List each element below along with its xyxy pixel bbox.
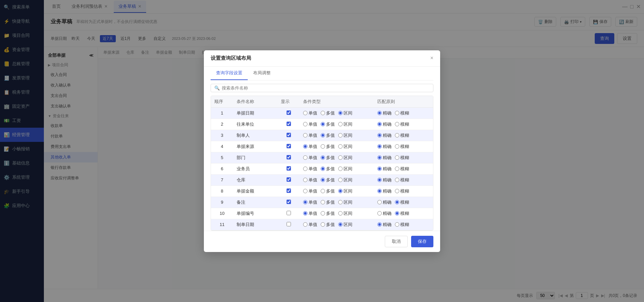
condition-type-option-0[interactable]: 单值 <box>303 132 317 139</box>
condition-type-option-0[interactable]: 单值 <box>303 222 317 228</box>
condition-radio-1[interactable] <box>321 144 325 149</box>
show-checkbox[interactable] <box>287 144 291 148</box>
condition-type-option-2[interactable]: 区间 <box>338 222 352 228</box>
condition-radio-1[interactable] <box>321 211 325 216</box>
match-radio-0[interactable] <box>377 211 382 216</box>
match-rule-option-1[interactable]: 模糊 <box>395 210 409 217</box>
condition-type-option-2[interactable]: 区间 <box>338 177 352 183</box>
match-radio-1[interactable] <box>395 189 399 193</box>
match-rule-option-1[interactable]: 模糊 <box>395 188 409 194</box>
match-radio-0[interactable] <box>377 178 382 182</box>
condition-type-option-0[interactable]: 单值 <box>303 166 317 172</box>
condition-type-option-1[interactable]: 多值 <box>321 132 335 139</box>
match-radio-0[interactable] <box>377 189 382 193</box>
condition-radio-1[interactable] <box>321 167 325 171</box>
show-checkbox[interactable] <box>287 200 291 204</box>
condition-type-option-2[interactable]: 区间 <box>338 155 352 161</box>
condition-radio-0[interactable] <box>303 122 307 126</box>
condition-radio-0[interactable] <box>303 200 307 204</box>
condition-radio-1[interactable] <box>321 155 325 160</box>
condition-radio-1[interactable] <box>321 200 325 204</box>
condition-type-option-1[interactable]: 多值 <box>321 222 335 228</box>
show-checkbox[interactable] <box>287 166 291 171</box>
match-radio-0[interactable] <box>377 222 382 227</box>
condition-radio-0[interactable] <box>303 167 307 171</box>
match-radio-1[interactable] <box>395 133 399 137</box>
modal-tab-layout-adjust[interactable]: 布局调整 <box>248 67 276 80</box>
condition-type-option-1[interactable]: 多值 <box>321 177 335 183</box>
condition-radio-0[interactable] <box>303 222 307 227</box>
match-radio-0[interactable] <box>377 144 382 149</box>
match-radio-0[interactable] <box>377 122 382 126</box>
match-radio-1[interactable] <box>395 122 399 126</box>
match-rule-option-0[interactable]: 精确 <box>377 121 392 127</box>
condition-radio-2[interactable] <box>338 200 343 204</box>
show-checkbox[interactable] <box>287 211 291 215</box>
modal-save-button[interactable]: 保存 <box>411 236 433 247</box>
cancel-button[interactable]: 取消 <box>385 236 408 247</box>
match-rule-option-0[interactable]: 精确 <box>377 177 392 183</box>
condition-radio-2[interactable] <box>338 111 343 115</box>
condition-radio-0[interactable] <box>303 178 307 182</box>
match-rule-option-0[interactable]: 精确 <box>377 166 392 172</box>
condition-type-option-0[interactable]: 单值 <box>303 188 317 194</box>
condition-radio-1[interactable] <box>321 189 325 193</box>
match-rule-option-1[interactable]: 模糊 <box>395 177 409 183</box>
condition-type-option-2[interactable]: 区间 <box>338 166 352 172</box>
show-checkbox[interactable] <box>287 177 291 182</box>
condition-type-option-1[interactable]: 多值 <box>321 155 335 161</box>
match-rule-option-1[interactable]: 模糊 <box>395 121 409 127</box>
condition-type-option-0[interactable]: 单值 <box>303 110 317 116</box>
match-rule-option-1[interactable]: 模糊 <box>395 110 409 116</box>
match-rule-option-0[interactable]: 精确 <box>377 210 392 217</box>
condition-type-option-2[interactable]: 区间 <box>338 210 352 217</box>
condition-radio-2[interactable] <box>338 178 343 182</box>
match-radio-1[interactable] <box>395 211 399 216</box>
show-checkbox[interactable] <box>287 122 291 126</box>
condition-type-option-0[interactable]: 单值 <box>303 121 317 127</box>
match-rule-option-0[interactable]: 精确 <box>377 110 392 116</box>
condition-type-option-2[interactable]: 区间 <box>338 144 352 150</box>
condition-type-option-1[interactable]: 多值 <box>321 188 335 194</box>
show-checkbox[interactable] <box>287 222 291 226</box>
condition-radio-1[interactable] <box>321 122 325 126</box>
condition-type-option-2[interactable]: 区间 <box>338 199 352 205</box>
condition-type-option-1[interactable]: 多值 <box>321 121 335 127</box>
condition-radio-0[interactable] <box>303 144 307 149</box>
match-radio-1[interactable] <box>395 167 399 171</box>
condition-type-option-2[interactable]: 区间 <box>338 132 352 139</box>
condition-radio-0[interactable] <box>303 133 307 137</box>
condition-type-option-0[interactable]: 单值 <box>303 210 317 217</box>
condition-type-option-1[interactable]: 多值 <box>321 210 335 217</box>
match-rule-option-0[interactable]: 精确 <box>377 132 392 139</box>
match-radio-1[interactable] <box>395 200 399 204</box>
condition-radio-1[interactable] <box>321 178 325 182</box>
condition-type-option-2[interactable]: 区间 <box>338 110 352 116</box>
match-rule-option-1[interactable]: 模糊 <box>395 132 409 139</box>
condition-type-option-2[interactable]: 区间 <box>338 188 352 194</box>
condition-radio-2[interactable] <box>338 155 343 160</box>
match-radio-0[interactable] <box>377 133 382 137</box>
modal-search-input[interactable] <box>222 85 430 91</box>
show-checkbox[interactable] <box>287 133 291 137</box>
match-radio-0[interactable] <box>377 200 382 204</box>
condition-type-option-0[interactable]: 单值 <box>303 177 317 183</box>
condition-radio-0[interactable] <box>303 211 307 216</box>
condition-type-option-1[interactable]: 多值 <box>321 199 335 205</box>
match-radio-0[interactable] <box>377 111 382 115</box>
condition-type-option-0[interactable]: 单值 <box>303 199 317 205</box>
match-radio-1[interactable] <box>395 222 399 227</box>
match-radio-1[interactable] <box>395 111 399 115</box>
condition-type-option-2[interactable]: 区间 <box>338 121 352 127</box>
show-checkbox[interactable] <box>287 188 291 193</box>
match-radio-1[interactable] <box>395 144 399 149</box>
match-rule-option-1[interactable]: 模糊 <box>395 199 409 205</box>
condition-type-option-1[interactable]: 多值 <box>321 110 335 116</box>
condition-type-option-0[interactable]: 单值 <box>303 155 317 161</box>
condition-radio-0[interactable] <box>303 111 307 115</box>
match-rule-option-0[interactable]: 精确 <box>377 155 392 161</box>
match-rule-option-0[interactable]: 精确 <box>377 188 392 194</box>
condition-radio-0[interactable] <box>303 155 307 160</box>
condition-radio-2[interactable] <box>338 167 343 171</box>
condition-radio-1[interactable] <box>321 222 325 227</box>
